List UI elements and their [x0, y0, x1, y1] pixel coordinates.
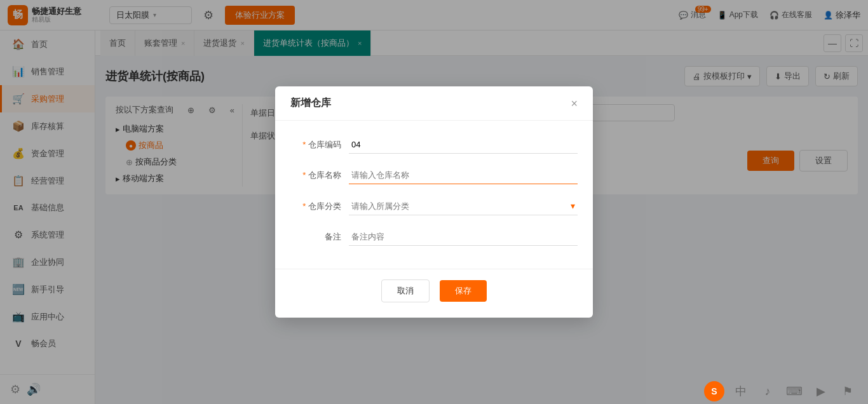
keyboard-icon[interactable]: ⌨	[784, 381, 804, 401]
category-label: 仓库分类	[290, 201, 341, 212]
category-dropdown-icon[interactable]: ▾	[571, 201, 575, 211]
code-label: 仓库编码	[290, 139, 341, 151]
name-input[interactable]	[349, 166, 578, 184]
new-warehouse-modal: 新增仓库 × 仓库编码 仓库名称 仓库分类 ▾ 备注	[275, 86, 593, 318]
remark-label: 备注	[290, 231, 341, 243]
remark-input[interactable]	[349, 228, 578, 246]
cancel-button[interactable]: 取消	[381, 279, 430, 302]
code-input[interactable]	[349, 136, 578, 154]
category-select-row[interactable]: ▾	[349, 197, 578, 215]
form-row-category: 仓库分类 ▾	[290, 197, 578, 215]
name-label: 仓库名称	[290, 170, 341, 181]
form-row-code: 仓库编码	[290, 136, 578, 154]
modal-footer: 取消 保存	[275, 269, 593, 318]
category-input[interactable]	[351, 201, 571, 211]
form-row-remark: 备注	[290, 228, 578, 246]
modal-body: 仓库编码 仓库名称 仓库分类 ▾ 备注	[275, 121, 593, 269]
form-row-name: 仓库名称	[290, 166, 578, 184]
save-button[interactable]: 保存	[440, 280, 487, 302]
modal-overlay[interactable]: 新增仓库 × 仓库编码 仓库名称 仓库分类 ▾ 备注	[0, 0, 868, 404]
audio-icon[interactable]: ♪	[757, 381, 778, 401]
chinese-input-icon[interactable]: 中	[731, 381, 751, 401]
s-logo: S	[704, 381, 724, 401]
play-icon[interactable]: ▶	[811, 381, 831, 401]
modal-title: 新增仓库	[290, 97, 331, 110]
modal-header: 新增仓库 ×	[275, 86, 593, 121]
flag-icon[interactable]: ⚑	[837, 381, 858, 401]
bottom-bar: S 中 ♪ ⌨ ▶ ⚑	[694, 379, 868, 404]
modal-close-button[interactable]: ×	[571, 98, 578, 109]
